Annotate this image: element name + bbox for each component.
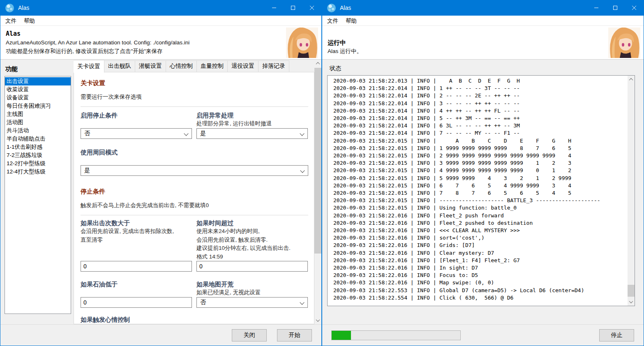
maximize-button[interactable] [606,0,625,16]
sidebar-item[interactable]: 共斗活动 [5,127,71,135]
enable-exception-select[interactable]: 是 [196,128,308,139]
sidebar-item[interactable]: 半自动辅助点击 [5,135,71,143]
close-button[interactable] [302,0,321,16]
log-line: 2020-09-03 21:58:22.015 | INFO | 5 9999 … [333,175,626,182]
sidebar-item[interactable]: 每日任务困难演习 [5,102,71,110]
sidebar-item[interactable]: 活动图 [5,118,71,127]
maximize-icon [291,5,295,10]
tab[interactable]: 血量控制 [197,60,228,72]
sidebar-item[interactable]: 设备设置 [5,94,71,102]
if-count-input[interactable] [81,261,192,272]
field-desc-empty [81,120,192,128]
scrollbar-thumb[interactable] [314,68,321,254]
window-title: Alas [18,5,265,11]
field-label-if-time: 如果时间超过 [196,219,308,227]
sidebar-item[interactable]: 7-2三战拣垃圾 [5,151,71,159]
alas-logo-icon [327,4,336,12]
close-app-button[interactable]: 关闭 [232,329,267,341]
field-label-if-oil: 如果石油低于 [81,280,192,288]
settings-body: 功能 出击设置收菜设置设备设置每日任务困难演习主线图活动图共斗活动半自动辅助点击… [0,60,321,324]
titlebar[interactable]: Alas [322,0,644,16]
app-description: AzurLaneAutoScript, An Azur Lane automat… [6,38,321,47]
tab[interactable]: 关卡设置 [74,60,104,73]
status-label: 状态 [330,64,635,73]
chevron-down-icon [300,168,305,173]
log-line: 2020-09-03 21:58:22.015 | INFO | 2 9999 … [333,152,626,159]
log-line: 2020-09-03 21:58:22.554 | INFO | Click (… [333,294,626,302]
field-desc-if-time: 使用未来24小时内的时间, 会沿用先前设置, 触发后清零. 建议提前10分钟左右… [196,227,308,261]
field-label-enable-stop: 启用停止条件 [81,111,192,120]
field-label-use-loop: 使用周回模式 [81,148,308,157]
log-line: 2020-09-03 21:58:22.014 | INFO | 5 -- ++… [333,115,626,122]
log-line: 2020-09-03 21:58:22.015 | INFO | 3 9999 … [333,159,626,167]
menu-help[interactable]: 帮助 [342,16,360,26]
settings-content: 关卡设置出击舰队潜艇设置心情控制血量控制退役设置掉落记录 关卡设置 需要运行一次… [74,60,314,324]
sidebar-item[interactable]: 12-2打中型练级 [5,159,71,168]
section-subtitle: 触发后不会马上停止会先完成当前出击, 不需要就填0 [81,201,308,210]
chevron-down-icon [184,131,188,136]
tab[interactable]: 退役设置 [228,60,259,72]
log-line: 2020-09-03 21:58:22.016 | INFO | Fleet_2… [333,219,626,227]
minimize-button[interactable] [265,0,284,16]
log-output[interactable]: 2020-09-03 21:58:22.013 | INFO | A B C D… [327,75,635,306]
scroll-up-icon[interactable] [314,60,321,67]
enable-exception-value: 是 [200,130,206,137]
tab[interactable]: 心情控制 [166,60,197,72]
menubar: 文件 帮助 [322,16,644,26]
tab[interactable]: 出击舰队 [104,60,135,72]
if-time-input[interactable] [196,261,308,272]
divider [81,106,308,107]
left-scrollbar[interactable] [314,60,321,324]
sidebar-item[interactable]: 12-4打大型练级 [5,168,71,176]
close-button[interactable] [625,0,644,16]
use-loop-value: 是 [84,167,90,174]
log-line: 2020-09-03 21:58:22.014 | INFO | 7 -- --… [333,129,626,137]
sidebar-item[interactable]: 收菜设置 [5,85,71,94]
close-icon [309,5,314,10]
function-listbox[interactable]: 出击设置收菜设置设备设置每日任务困难演习主线图活动图共斗活动半自动辅助点击1-1… [5,76,71,314]
scroll-down-icon[interactable] [628,298,635,305]
use-loop-select[interactable]: 是 [81,165,308,176]
close-icon [632,5,637,10]
if-oil-input[interactable] [81,297,192,308]
field-desc-if-map: 如果已经满足, 无视此设置 [196,288,308,297]
titlebar[interactable]: Alas [0,0,321,16]
sidebar-item[interactable]: 主线图 [5,110,71,118]
run-status-title: 运行中 [328,38,644,47]
log-line: 2020-09-03 21:58:22.016 | INFO | In sigh… [333,264,626,272]
tab[interactable]: 掉落记录 [259,60,289,72]
stop-button[interactable]: 停止 [599,329,634,341]
field-label-enable-exception: 启用异常处理 [196,111,308,120]
maximize-button[interactable] [284,0,302,16]
start-button[interactable]: 开始 [277,329,312,341]
chevron-down-icon [300,300,304,304]
app-header: Alas AzurLaneAutoScript, An Azur Lane au… [0,26,321,60]
sidebar-item[interactable]: 出击设置 [5,77,71,85]
field-desc-if-emotion: 若是, 等待回复, 完成本次, 停止 [81,324,308,324]
scroll-up-icon[interactable] [628,76,635,83]
field-label-if-emotion: 如果触发心情控制 [81,315,308,324]
tab[interactable]: 潜艇设置 [135,60,166,72]
field-label-if-map: 如果地图开荒 [196,280,308,288]
menu-file[interactable]: 文件 [2,16,20,26]
log-line: 2020-09-03 21:58:22.016 | INFO | Map swi… [333,279,626,286]
log-line: 2020-09-03 21:58:22.015 | INFO | A B C D… [333,137,626,145]
divider [81,215,308,215]
scrollbar-thumb[interactable] [628,285,635,297]
sidebar-item[interactable]: 1-1伏击刷好感 [5,143,71,151]
scroll-down-icon[interactable] [314,317,321,324]
left-footer: 关闭 开始 [0,324,321,346]
if-map-select[interactable]: 否 [196,297,308,308]
enable-stop-select[interactable]: 否 [81,128,192,139]
menu-file[interactable]: 文件 [323,16,342,26]
log-line: 2020-09-03 21:58:22.014 | INFO | 2 -- --… [333,92,626,99]
log-line: 2020-09-03 21:58:22.014 | INFO | 3 -- --… [333,100,626,107]
sidebar: 功能 出击设置收菜设置设备设置每日任务困难演习主线图活动图共斗活动半自动辅助点击… [5,60,71,324]
field-desc-enable-exception: 处理部分异常, 运行出错时撤退 [196,120,308,128]
section-title: 关卡设置 [81,79,308,87]
log-scrollbar[interactable] [628,76,635,306]
chevron-down-icon [300,131,304,136]
minimize-button[interactable] [587,0,606,16]
menu-help[interactable]: 帮助 [20,16,39,26]
window-title: Alas [340,5,587,11]
